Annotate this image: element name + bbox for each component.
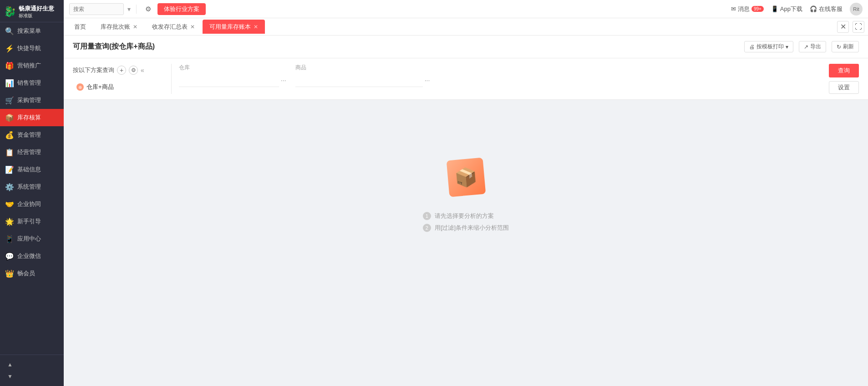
warehouse-input[interactable]	[179, 73, 279, 87]
page-content: 可用量查询(按仓库+商品) 🖨 按模板打印 ▾ ↗ 导出 ↻ 刷新	[64, 36, 868, 386]
scheme-settings-button[interactable]: ⚙	[129, 66, 138, 75]
sidebar-item-purchase[interactable]: 🛒 采购管理	[0, 92, 64, 109]
refresh-button[interactable]: ↻ 刷新	[832, 41, 859, 52]
page-header-actions: 🖨 按模板打印 ▾ ↗ 导出 ↻ 刷新	[744, 41, 859, 52]
tab-receipt-summary-label: 收发存汇总表	[152, 23, 188, 31]
online-service-button[interactable]: 🎧 在线客服	[810, 5, 843, 13]
filter-area: 按以下方案查询 + ⚙ « ⊕	[64, 58, 868, 100]
ops-icon: 📋	[5, 148, 14, 156]
maximize-button[interactable]: ⛶	[853, 21, 864, 33]
warehouse-more-button[interactable]: ···	[281, 77, 286, 84]
tab-available-qty-label: 可用量库存账本	[209, 23, 251, 31]
sidebar-item-wechat[interactable]: 💬 企业微信	[0, 247, 64, 265]
phone-icon: 📱	[771, 5, 778, 12]
refresh-icon: ↻	[837, 44, 841, 50]
product-field-input-row: ···	[295, 73, 430, 87]
filter-schemes: 按以下方案查询 + ⚙ « ⊕	[73, 64, 164, 94]
topbar-right: ✉ 消息 99+ 📱 App下载 🎧 在线客服 Rit	[731, 3, 863, 15]
filter-field-product: 商品 ···	[295, 64, 430, 87]
collapse-scheme-button[interactable]: «	[141, 67, 144, 74]
empty-illustration: 📦	[439, 150, 493, 205]
sidebar-item-label: 营销推广	[17, 62, 41, 70]
message-button[interactable]: ✉ 消息 99+	[731, 5, 764, 13]
sidebar-item-shortcut[interactable]: ⚡ 快捷导航	[0, 40, 64, 57]
sidebar-item-finance[interactable]: 💰 资金管理	[0, 126, 64, 144]
product-more-button[interactable]: ···	[425, 77, 430, 84]
user-avatar[interactable]: Rit	[850, 3, 863, 15]
sidebar-item-marketing[interactable]: 🎁 营销推广	[0, 57, 64, 74]
sidebar-item-system[interactable]: ⚙️ 系统管理	[0, 178, 64, 196]
tab-available-qty-close[interactable]: ✕	[254, 24, 258, 30]
tab-batch-account-close[interactable]: ✕	[133, 24, 137, 30]
app-download-button[interactable]: 📱 App下载	[771, 5, 802, 13]
tab-receipt-summary-close[interactable]: ✕	[190, 24, 195, 30]
add-scheme-button[interactable]: +	[117, 66, 126, 75]
sidebar-item-operations[interactable]: 📋 经营管理	[0, 144, 64, 161]
export-icon: ↗	[804, 44, 808, 50]
close-all-button[interactable]: ✕	[837, 21, 849, 33]
message-icon: ✉	[731, 5, 736, 12]
sidebar-item-member[interactable]: 👑 畅会员	[0, 265, 64, 282]
sidebar-item-label: 企业协同	[17, 200, 41, 208]
search-input[interactable]	[69, 3, 124, 15]
topbar: ▾ ⚙ 体验行业方案 ✉ 消息 99+ 📱 App下载 🎧 在线客服	[64, 0, 868, 18]
money-icon: 💰	[5, 131, 14, 139]
search-dropdown-icon[interactable]: ▾	[127, 5, 131, 13]
chevron-down-icon: ▼	[7, 373, 13, 380]
online-service-label: 在线客服	[819, 5, 843, 13]
sidebar-item-label: 新手引导	[17, 217, 41, 226]
sidebar-item-basic-info[interactable]: 📝 基础信息	[0, 161, 64, 178]
search-icon: 🔍	[5, 27, 14, 35]
brand-sub: 标准版	[19, 13, 54, 19]
sidebar-scroll: 🔍 搜索菜单 ⚡ 快捷导航 🎁 营销推广 📊 销售管理 🛒 采购管理 📦	[0, 22, 64, 355]
filter-actions: 查询 设置	[829, 64, 859, 94]
sidebar-item-guide[interactable]: 🌟 新手引导	[0, 213, 64, 230]
sidebar-header: 🐉 畅康通好生意 标准版	[0, 0, 64, 22]
tab-receipt-summary[interactable]: 收发存汇总表 ✕	[145, 20, 202, 34]
scheme-label: 仓库+商品	[86, 83, 114, 91]
empty-tip-2: 2 用[过滤]条件来缩小分析范围	[423, 224, 509, 232]
scheme-warehouse-product[interactable]: ⊕ 仓库+商品	[73, 80, 164, 94]
sidebar-scroll-down[interactable]: ▼	[4, 371, 60, 382]
tab-batch-account[interactable]: 库存批次账 ✕	[94, 20, 144, 34]
inventory-icon: 📦	[5, 113, 14, 122]
industry-solution-button[interactable]: 体验行业方案	[157, 3, 206, 15]
message-label: 消息	[738, 5, 750, 13]
chevron-up-icon: ▲	[7, 361, 13, 368]
star-icon: 🌟	[5, 217, 14, 226]
sidebar-scroll-up[interactable]: ▲	[4, 359, 60, 371]
tab-home[interactable]: 首页	[67, 20, 93, 34]
query-button[interactable]: 查询	[829, 64, 859, 77]
sidebar-item-label: 搜索菜单	[17, 27, 41, 35]
print-icon: 🖨	[749, 44, 755, 50]
shortcut-icon: ⚡	[5, 44, 14, 52]
sidebar-item-label: 采购管理	[17, 96, 41, 104]
sidebar-item-label: 应用中心	[17, 235, 41, 243]
sidebar-item-search[interactable]: 🔍 搜索菜单	[0, 22, 64, 40]
export-button[interactable]: ↗ 导出	[799, 41, 826, 52]
plus-icon: +	[120, 67, 123, 74]
product-input[interactable]	[295, 73, 423, 87]
mobile-icon: 📱	[5, 235, 14, 243]
warehouse-field-label: 仓库	[179, 64, 286, 72]
doc-icon: 📝	[5, 165, 14, 174]
empty-box-icon: 📦	[446, 158, 486, 197]
sidebar-item-app-center[interactable]: 📱 应用中心	[0, 230, 64, 247]
sidebar-item-label: 销售管理	[17, 79, 41, 87]
topbar-gear-button[interactable]: ⚙	[142, 3, 154, 15]
filter-field-warehouse: 仓库 ···	[179, 64, 286, 87]
settings-button[interactable]: 设置	[829, 81, 859, 94]
tab-available-qty[interactable]: 可用量库存账本 ✕	[203, 20, 265, 34]
collab-icon: 🤝	[5, 200, 14, 208]
page-title: 可用量查询(按仓库+商品)	[73, 42, 155, 51]
chevron-down-icon: ▾	[786, 44, 788, 50]
sidebar-item-label: 资金管理	[17, 131, 41, 139]
tabs-bar: 首页 库存批次账 ✕ 收发存汇总表 ✕ 可用量库存账本 ✕ ✕ ⛶	[64, 18, 868, 36]
sidebar-item-label: 基础信息	[17, 165, 41, 174]
sidebar-item-sales[interactable]: 📊 销售管理	[0, 74, 64, 92]
sidebar-item-enterprise[interactable]: 🤝 企业协同	[0, 196, 64, 213]
sidebar-item-inventory[interactable]: 📦 库存核算	[0, 109, 64, 126]
tabs-right-actions: ✕ ⛶	[837, 21, 864, 33]
print-template-button[interactable]: 🖨 按模板打印 ▾	[744, 41, 793, 52]
tip-1-text: 请先选择要分析的方案	[435, 212, 494, 220]
